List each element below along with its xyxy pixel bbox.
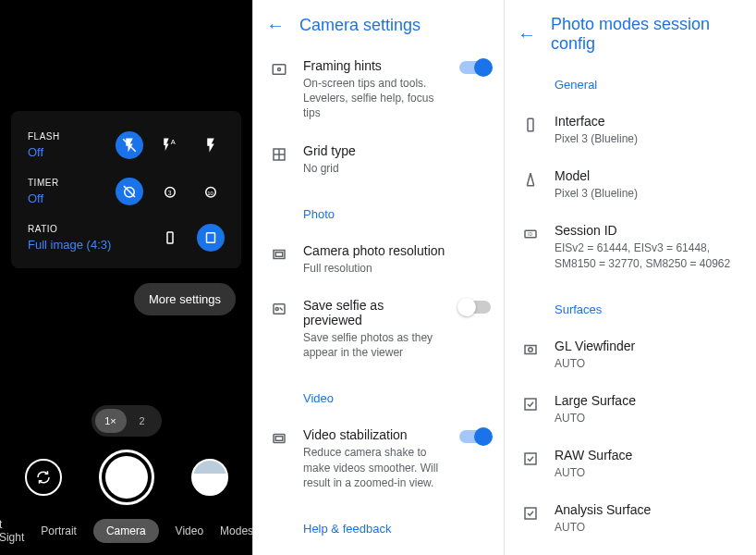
model-sub: Pixel 3 (Blueline) bbox=[555, 186, 742, 201]
back-arrow-icon[interactable]: ← bbox=[518, 24, 536, 45]
stab-title: Video stabilization bbox=[303, 427, 445, 442]
flash-off-icon[interactable] bbox=[116, 131, 143, 159]
resolution-title: Camera photo resolution bbox=[303, 243, 491, 258]
framing-icon bbox=[270, 60, 288, 79]
session-id-item[interactable]: ID Session ID EISv2 = 61444, EISv3 = 614… bbox=[505, 212, 755, 281]
framing-sub: On-screen tips and tools. Levelers, self… bbox=[303, 76, 445, 121]
ratio-tall-icon[interactable] bbox=[156, 224, 184, 252]
mode-selector[interactable]: t Sight Portrait Camera Video Modes bbox=[0, 518, 253, 544]
compass-icon bbox=[521, 170, 540, 189]
stab-sub: Reduce camera shake to make videos smoot… bbox=[303, 445, 445, 490]
timer-label: TIMER bbox=[28, 178, 59, 188]
session-sub: EISv2 = 61444, EISv3 = 61448, SM8150 = 3… bbox=[555, 240, 742, 270]
svg-rect-10 bbox=[273, 65, 286, 75]
svg-rect-31 bbox=[525, 399, 536, 410]
flash-label: FLASH bbox=[28, 131, 60, 142]
timer-3s-icon[interactable]: 3 bbox=[156, 178, 184, 205]
last-photo-thumbnail[interactable] bbox=[191, 459, 228, 496]
checkbox-icon bbox=[521, 395, 540, 413]
grid-type-item[interactable]: Grid type No grid bbox=[253, 132, 504, 187]
svg-rect-8 bbox=[167, 232, 173, 243]
svg-point-30 bbox=[529, 348, 533, 352]
flash-row[interactable]: FLASH Off A bbox=[28, 131, 225, 159]
back-arrow-icon[interactable]: ← bbox=[266, 15, 285, 36]
more-settings-button[interactable]: More settings bbox=[134, 283, 236, 315]
large-title: Large Surface bbox=[555, 393, 742, 408]
checkbox-icon bbox=[521, 504, 540, 523]
section-photo: Photo bbox=[253, 194, 504, 232]
grid-title: Grid type bbox=[303, 143, 491, 158]
analysis-surface-item[interactable]: Analysis Surface AUTO bbox=[505, 491, 755, 546]
mode-modes[interactable]: Modes bbox=[220, 524, 253, 537]
svg-rect-9 bbox=[207, 233, 215, 243]
gl-title: GL Viewfinder bbox=[555, 339, 742, 353]
settings-header: ← Camera settings bbox=[253, 0, 504, 47]
config-header: ← Photo modes session config bbox=[505, 0, 755, 65]
section-general: General bbox=[505, 65, 755, 103]
svg-rect-33 bbox=[525, 508, 536, 519]
raw-title: RAW Surface bbox=[555, 448, 742, 462]
gl-viewfinder-item[interactable]: GL Viewfinder AUTO bbox=[505, 327, 755, 382]
framing-toggle[interactable] bbox=[459, 61, 491, 74]
mode-portrait[interactable]: Portrait bbox=[41, 524, 77, 537]
camera-bottom-bar: 1× 2 t Sight Portrait Camera Video Modes bbox=[0, 405, 252, 555]
timer-10s-icon[interactable]: 10 bbox=[197, 178, 225, 205]
camera-settings-panel: ← Camera settings Framing hints On-scree… bbox=[252, 0, 504, 555]
settings-title: Camera settings bbox=[299, 16, 421, 35]
stabilization-icon bbox=[270, 429, 288, 448]
mode-video[interactable]: Video bbox=[176, 524, 203, 537]
grid-sub: No grid bbox=[303, 161, 491, 176]
ratio-value: Full image (4:3) bbox=[28, 238, 111, 252]
large-surface-item[interactable]: Large Surface AUTO bbox=[505, 382, 755, 437]
selfie-item[interactable]: Save selfie as previewed Save selfie pho… bbox=[253, 287, 504, 371]
session-title: Session ID bbox=[555, 223, 742, 238]
framing-title: Framing hints bbox=[303, 58, 445, 73]
interface-item[interactable]: Interface Pixel 3 (Blueline) bbox=[505, 103, 755, 157]
ratio-43-icon[interactable] bbox=[197, 224, 225, 252]
mode-night-sight[interactable]: t Sight bbox=[0, 518, 24, 544]
mode-camera[interactable]: Camera bbox=[93, 519, 159, 543]
svg-rect-29 bbox=[525, 345, 536, 353]
grid-icon bbox=[270, 145, 288, 164]
checkbox-icon bbox=[521, 450, 540, 468]
resolution-item[interactable]: Camera photo resolution Full resolution bbox=[253, 232, 504, 287]
flip-camera-button[interactable] bbox=[25, 459, 62, 496]
svg-rect-16 bbox=[275, 253, 283, 257]
svg-point-18 bbox=[275, 307, 278, 310]
selfie-toggle[interactable] bbox=[459, 301, 491, 314]
ratio-label: RATIO bbox=[28, 224, 111, 234]
selfie-title: Save selfie as previewed bbox=[303, 298, 445, 327]
selfie-sub: Save selfie photos as they appear in the… bbox=[303, 330, 445, 360]
svg-rect-20 bbox=[275, 437, 283, 441]
resolution-sub: Full resolution bbox=[303, 261, 491, 276]
large-sub: AUTO bbox=[555, 411, 742, 426]
stab-toggle[interactable] bbox=[459, 430, 491, 443]
shutter-button[interactable] bbox=[99, 450, 154, 505]
svg-rect-32 bbox=[525, 453, 536, 464]
section-help[interactable]: Help & feedback bbox=[253, 509, 504, 547]
config-title: Photo modes session config bbox=[551, 15, 742, 54]
raw-surface-item[interactable]: RAW Surface AUTO bbox=[505, 437, 755, 491]
resolution-icon bbox=[270, 245, 288, 264]
analysis-title: Analysis Surface bbox=[555, 502, 742, 517]
phone-icon bbox=[521, 116, 540, 134]
model-title: Model bbox=[555, 168, 742, 183]
svg-text:ID: ID bbox=[528, 232, 532, 238]
flash-auto-icon[interactable]: A bbox=[156, 131, 184, 159]
svg-text:10: 10 bbox=[207, 191, 213, 196]
stabilization-item[interactable]: Video stabilization Reduce camera shake … bbox=[253, 416, 504, 501]
timer-off-icon[interactable] bbox=[116, 178, 143, 205]
flash-on-icon[interactable] bbox=[197, 131, 225, 159]
section-surfaces: Surfaces bbox=[505, 290, 755, 327]
timer-row[interactable]: TIMER Off 3 10 bbox=[28, 178, 225, 205]
id-icon: ID bbox=[521, 225, 540, 243]
zoom-2x[interactable]: 2 bbox=[127, 409, 158, 433]
zoom-selector[interactable]: 1× 2 bbox=[91, 405, 162, 437]
svg-point-11 bbox=[278, 68, 281, 71]
framing-hints-item[interactable]: Framing hints On-screen tips and tools. … bbox=[253, 47, 504, 132]
ratio-row[interactable]: RATIO Full image (4:3) bbox=[28, 224, 225, 252]
zoom-1x[interactable]: 1× bbox=[95, 409, 127, 433]
model-item[interactable]: Model Pixel 3 (Blueline) bbox=[505, 157, 755, 212]
quick-settings-panel: FLASH Off A TIMER Off 3 10 RATIO bbox=[11, 111, 241, 268]
analysis-sub: AUTO bbox=[555, 520, 742, 535]
